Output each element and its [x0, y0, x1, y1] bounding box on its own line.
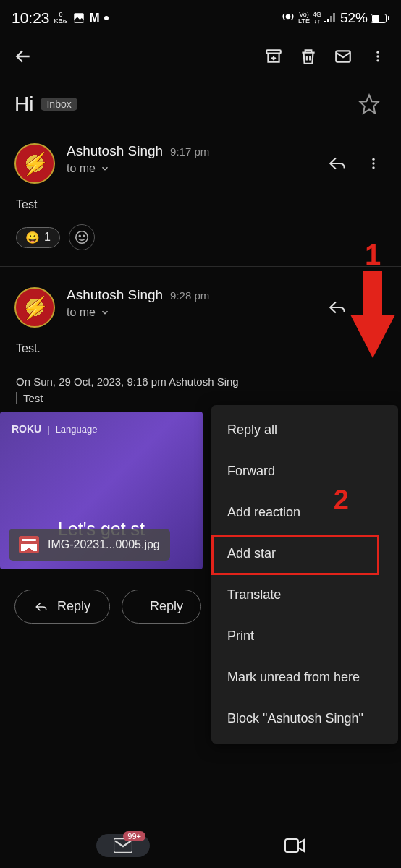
quoted-body: Test: [16, 392, 43, 404]
reaction-emoji: 😀: [25, 231, 40, 244]
svg-rect-16: [285, 839, 298, 852]
svg-rect-2: [266, 50, 281, 53]
sender-name[interactable]: Ashutosh Singh: [67, 287, 163, 303]
message-1-overflow-button[interactable]: [356, 146, 391, 181]
attachment-chip[interactable]: IMG-20231...0005.jpg: [9, 529, 170, 561]
menu-translate[interactable]: Translate: [211, 574, 398, 616]
status-speed: 0KB/s: [54, 12, 68, 25]
chevron-down-icon: [100, 163, 110, 174]
notification-dot-icon: [104, 16, 109, 20]
mail-button[interactable]: [326, 39, 360, 74]
chevron-down-icon: [100, 307, 110, 318]
hotspot-icon: [281, 9, 295, 27]
menu-forward[interactable]: Forward: [211, 451, 398, 492]
message-time: 9:17 pm: [170, 145, 209, 158]
menu-block[interactable]: Block "Ashutosh Singh": [211, 698, 398, 739]
brand-logo: ROKU: [12, 423, 41, 435]
message-1-header: Ashutosh Singh 9:17 pm to me: [0, 126, 401, 190]
svg-point-9: [372, 166, 374, 169]
message-1-body: Test: [0, 190, 401, 220]
recipient-expander[interactable]: to me: [67, 162, 308, 175]
svg-point-7: [372, 158, 374, 161]
status-bar: 10:23 0KB/s M Vo)LTE 4G↓↑ 52%: [0, 0, 401, 33]
svg-point-12: [83, 235, 85, 237]
annotation-highlight-box: [211, 535, 379, 575]
message-2-body: Test.: [0, 333, 401, 364]
back-button[interactable]: [6, 39, 41, 74]
reply-button[interactable]: [320, 146, 355, 181]
status-network: Vo)LTE: [298, 12, 310, 25]
attachment-name: IMG-20231...0005.jpg: [48, 538, 160, 551]
svg-point-5: [376, 55, 379, 57]
status-4g: 4G↓↑: [313, 12, 321, 25]
toolbar-overflow-button[interactable]: [360, 39, 395, 74]
svg-point-6: [376, 59, 379, 61]
embedded-preview[interactable]: ROKU | Language Let's get st IMG-20231..…: [0, 412, 203, 569]
menu-mark-unread[interactable]: Mark unread from here: [211, 657, 398, 698]
reaction-chip[interactable]: 😀 1: [16, 227, 60, 248]
menu-add-reaction[interactable]: Add reaction: [211, 492, 398, 533]
reply-all-pill-button[interactable]: Reply: [122, 590, 201, 624]
reaction-count: 1: [44, 231, 51, 244]
image-file-icon: [19, 536, 39, 553]
star-button[interactable]: [352, 87, 387, 122]
message-time: 9:28 pm: [170, 289, 209, 302]
svg-point-8: [372, 162, 374, 164]
reply-pill-button[interactable]: Reply: [14, 590, 110, 624]
avatar[interactable]: [14, 287, 55, 328]
delete-button[interactable]: [291, 39, 326, 74]
menu-reply-all[interactable]: Reply all: [211, 409, 398, 451]
svg-point-11: [79, 235, 80, 237]
inbox-chip[interactable]: Inbox: [41, 98, 77, 111]
battery-icon: [371, 14, 389, 23]
embed-section: Language: [56, 424, 98, 435]
gallery-icon: [72, 12, 85, 25]
add-reaction-button[interactable]: [69, 224, 95, 250]
avatar[interactable]: [14, 143, 55, 184]
archive-button[interactable]: [256, 39, 291, 74]
svg-point-1: [287, 14, 290, 18]
quoted-meta: On Sun, 29 Oct, 2023, 9:16 pm Ashutosh S…: [16, 375, 385, 388]
message-2-header: Ashutosh Singh 9:28 pm to me: [0, 270, 401, 333]
svg-point-4: [376, 51, 379, 54]
subject-row: Hi Inbox: [0, 80, 401, 126]
signal-icon: [324, 10, 337, 26]
recipient-expander[interactable]: to me: [67, 306, 308, 319]
annotation-arrow-1: 1: [350, 239, 395, 361]
bottom-nav: 99+: [0, 823, 401, 868]
app-toolbar: [0, 33, 401, 80]
status-time: 10:23: [12, 9, 50, 27]
down-arrow-icon: [350, 271, 395, 361]
sender-name[interactable]: Ashutosh Singh: [67, 143, 163, 159]
mail-badge: 99+: [123, 831, 145, 841]
svg-point-10: [76, 231, 88, 244]
m-icon: M: [90, 11, 100, 25]
nav-mail-tab[interactable]: 99+: [96, 834, 150, 857]
divider: [0, 266, 401, 267]
reaction-row: 😀 1: [0, 220, 401, 263]
reply-button[interactable]: [320, 290, 355, 325]
quoted-block: On Sun, 29 Oct, 2023, 9:16 pm Ashutosh S…: [16, 375, 385, 404]
nav-video-tab[interactable]: [284, 838, 305, 854]
battery-percent: 52%: [340, 10, 368, 26]
subject-text: Hi: [14, 93, 33, 116]
annotation-label-2: 2: [334, 485, 349, 516]
menu-print[interactable]: Print: [211, 616, 398, 657]
